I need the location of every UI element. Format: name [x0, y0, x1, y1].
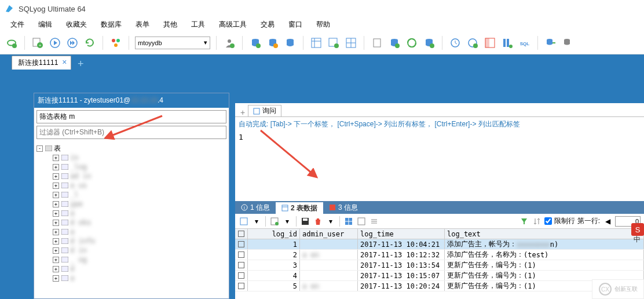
rt-save-icon[interactable] — [300, 216, 310, 227]
menu-help[interactable]: 帮助 — [310, 19, 336, 31]
svg-point-26 — [395, 43, 400, 48]
table-row[interactable]: 42017-11-13 10:15:07更新广告任务，编号为：(1) — [235, 271, 644, 281]
rt-dropdown-icon[interactable]: ▾ — [251, 216, 262, 227]
col-logtext[interactable]: log_text — [445, 229, 644, 239]
close-icon[interactable]: × — [60, 58, 68, 66]
table-icon[interactable] — [309, 36, 323, 50]
tree-item[interactable]: +a — [36, 274, 226, 283]
sort-icon[interactable] — [532, 216, 542, 227]
exec-icon[interactable] — [48, 36, 62, 50]
user-icon[interactable] — [222, 36, 236, 50]
query-tab[interactable]: 询问 — [248, 105, 281, 116]
rt-refresh-icon[interactable] — [239, 216, 249, 227]
table-add-icon[interactable] — [327, 36, 341, 50]
tree-item[interactable]: +in — [36, 153, 226, 162]
menu-fav[interactable]: 收藏夹 — [60, 19, 93, 31]
tree-item[interactable]: +a us — [36, 181, 226, 190]
db-add-icon[interactable] — [248, 36, 262, 50]
result-grid[interactable]: log_id admin_user log_time log_text 1201… — [235, 229, 644, 291]
menu-other[interactable]: 其他 — [158, 19, 183, 31]
connection-tab-label: 新连接11111 — [18, 58, 58, 68]
menu-file[interactable]: 文件 — [5, 19, 30, 31]
svg-point-12 — [256, 43, 261, 48]
connection-tab[interactable]: 新连接11111 × — [12, 56, 71, 70]
table-row[interactable]: 2a en2017-11-13 10:12:32添加广告任务，名称为：(test… — [235, 250, 644, 260]
filter-icon[interactable] — [519, 216, 529, 227]
cols-icon[interactable] — [500, 36, 514, 50]
select-all-checkbox[interactable] — [238, 231, 244, 237]
rt-text-icon[interactable] — [369, 216, 379, 227]
rt-dropdown3-icon[interactable]: ▾ — [325, 216, 336, 227]
rt-form-icon[interactable] — [356, 216, 367, 227]
sql-editor[interactable]: 1 — [235, 132, 644, 201]
result-tab-info1[interactable]: i1 信息 — [235, 202, 276, 214]
rt-delete-icon[interactable] — [313, 216, 323, 227]
table-row[interactable]: 5a en2017-11-13 10:20:24更新广告任务，编号为：(1) — [235, 281, 644, 291]
table-grid-icon[interactable] — [344, 36, 358, 50]
tree-root[interactable]: -表 — [36, 144, 226, 153]
tree-item[interactable]: +ad in — [36, 172, 226, 181]
table-row[interactable]: 32017-11-13 10:13:54更新广告任务，编号为：(1) — [235, 260, 644, 271]
result-tab-data[interactable]: 2 表数据 — [276, 201, 323, 214]
new-query-icon[interactable]: + — [31, 36, 45, 50]
add-tab-icon[interactable]: + — [75, 58, 86, 70]
rt-add-icon[interactable] — [269, 216, 280, 227]
tree-item[interactable]: +d oks — [36, 218, 226, 227]
svg-rect-61 — [240, 218, 247, 225]
schema-icon[interactable] — [109, 36, 123, 50]
rt-dropdown2-icon[interactable]: ▾ — [282, 216, 292, 227]
tree-item[interactable]: +a — [36, 209, 226, 218]
db-tool2-icon[interactable] — [561, 36, 575, 50]
db-tool1-icon[interactable] — [544, 36, 558, 50]
clock-icon[interactable] — [448, 36, 462, 50]
col-logtime[interactable]: log_time — [358, 229, 445, 239]
tree-item[interactable]: +_log — [36, 162, 226, 172]
filter-input[interactable]: 筛选表格 m — [36, 110, 226, 123]
table-row[interactable]: 12017-11-13 10:04:21添加广告主，帐号为：xxxxxxxxn) — [235, 239, 644, 250]
tree-item[interactable]: +_l — [36, 190, 226, 199]
menu-edit[interactable]: 编辑 — [32, 19, 58, 31]
svg-rect-66 — [317, 218, 319, 220]
menu-tools[interactable]: 工具 — [185, 19, 211, 31]
tree-item[interactable]: +a — [36, 227, 226, 236]
prev-page-icon[interactable]: ◀ — [602, 216, 613, 227]
menu-table[interactable]: 表单 — [130, 19, 155, 31]
tree-item[interactable]: +ype — [36, 199, 226, 209]
svg-text:i: i — [244, 205, 245, 210]
db-edit-icon[interactable] — [266, 36, 280, 50]
tree-item[interactable]: +d info — [36, 236, 226, 246]
clock-play-icon[interactable] — [466, 36, 480, 50]
rt-grid-icon[interactable] — [343, 216, 354, 227]
limit-checkbox[interactable] — [544, 217, 552, 225]
svg-rect-65 — [303, 218, 308, 221]
refresh-icon[interactable] — [83, 36, 97, 50]
db-sync-icon[interactable] — [387, 36, 401, 50]
database-selector[interactable]: mtoyydb▾ — [135, 37, 210, 49]
doc-icon[interactable] — [370, 36, 384, 50]
exec-all-icon[interactable] — [65, 36, 79, 50]
layout-icon[interactable] — [483, 36, 497, 50]
result-tab-info2[interactable]: 3 信息 — [323, 202, 364, 214]
db-del-icon[interactable] — [283, 36, 297, 50]
svg-text:CX: CX — [601, 286, 609, 293]
new-conn-icon[interactable] — [5, 36, 19, 50]
svg-rect-51 — [61, 247, 68, 253]
svg-rect-34 — [503, 39, 506, 47]
tree-item[interactable]: +d — [36, 264, 226, 274]
col-logid[interactable]: log_id — [248, 229, 300, 239]
sql-icon[interactable]: SQL — [518, 36, 532, 50]
menu-database[interactable]: 数据库 — [95, 19, 127, 31]
menu-advtools[interactable]: 高级工具 — [213, 19, 253, 31]
app-title: SQLyog Ultimate 64 — [19, 5, 86, 13]
col-adminuser[interactable]: admin_user — [300, 229, 358, 239]
sync-green-icon[interactable] — [405, 36, 419, 50]
menu-window[interactable]: 窗口 — [283, 19, 308, 31]
svg-point-8 — [114, 43, 118, 47]
schema-tree[interactable]: -表 +in+_log+ad in+a us+_l+ype+a+d oks+a+… — [34, 141, 229, 285]
menu-transaction[interactable]: 交易 — [255, 19, 280, 31]
db-plus-icon[interactable] — [422, 36, 436, 50]
grid-header: log_id admin_user log_time log_text — [235, 229, 644, 239]
add-query-icon[interactable]: + — [239, 108, 247, 116]
tree-item[interactable]: +d in — [36, 246, 226, 255]
tree-item[interactable]: +_ og — [36, 255, 226, 264]
